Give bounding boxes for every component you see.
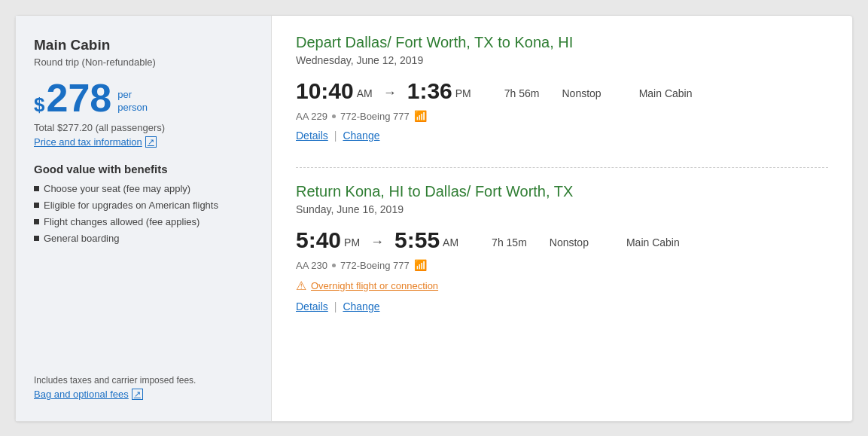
benefit-item: Choose your seat (fee may apply) <box>34 183 253 194</box>
depart-flight-row: 10:40 AM → 1:36 PM 7h 56m Nonstop Main C… <box>296 78 828 104</box>
main-card: Main Cabin Round trip (Non-refundable) $… <box>15 15 853 422</box>
separator-icon-2 <box>332 264 336 267</box>
benefit-text: Choose your seat (fee may apply) <box>44 183 190 194</box>
depart-flight-num: AA 229 <box>296 111 327 122</box>
bag-fees-link[interactable]: Bag and optional fees ↗ <box>34 389 253 400</box>
pipe-separator: | <box>334 130 337 142</box>
left-panel: Main Cabin Round trip (Non-refundable) $… <box>16 16 272 421</box>
bullet-icon <box>34 203 39 208</box>
depart-time: 10:40 <box>296 78 354 104</box>
depart-change-link[interactable]: Change <box>343 130 379 142</box>
depart-arrow: → <box>383 85 397 101</box>
price-tax-link[interactable]: Price and tax information ↗ <box>34 136 253 148</box>
overnight-text[interactable]: Overnight flight or connection <box>311 280 438 291</box>
return-depart-ampm: PM <box>344 236 360 248</box>
depart-arrive-ampm: PM <box>455 87 471 99</box>
benefit-text: General boarding <box>44 233 119 244</box>
depart-info-row: AA 229 772-Boeing 777 📶 <box>296 110 828 122</box>
return-depart-time: 5:40 <box>296 227 341 253</box>
return-nonstop: Nonstop <box>550 236 589 248</box>
good-value-title: Good value with benefits <box>34 163 253 175</box>
separator-icon <box>332 114 336 118</box>
price-number: 278 <box>46 78 111 117</box>
total-price: Total $277.20 (all passengers) <box>34 122 253 133</box>
depart-date: Wednesday, June 12, 2019 <box>296 54 828 66</box>
return-arrive-ampm: AM <box>443 236 458 248</box>
return-duration: 7h 15m <box>492 236 527 248</box>
price-row: $ 278 perperson <box>34 78 253 117</box>
external-link-icon: ↗ <box>145 136 157 148</box>
benefit-text: Flight changes allowed (fee applies) <box>44 216 199 227</box>
depart-arrive-time: 1:36 <box>407 78 452 104</box>
depart-cabin: Main Cabin <box>639 87 693 99</box>
return-title: Return Kona, HI to Dallas/ Fort Worth, T… <box>296 183 828 200</box>
overnight-warning: ⚠ Overnight flight or connection <box>296 279 828 293</box>
return-aircraft: 772-Boeing 777 <box>340 260 410 271</box>
depart-aircraft: 772-Boeing 777 <box>340 111 410 122</box>
depart-section: Depart Dallas/ Fort Worth, TX to Kona, H… <box>296 34 828 145</box>
wifi-icon-2: 📶 <box>414 259 427 271</box>
cabin-title: Main Cabin <box>34 37 253 53</box>
return-change-link[interactable]: Change <box>343 300 379 313</box>
bullet-icon <box>34 236 39 241</box>
return-info-row: AA 230 772-Boeing 777 📶 <box>296 259 828 271</box>
benefit-item: Eligible for upgrades on American flight… <box>34 200 253 211</box>
pipe-separator-2: | <box>334 300 337 313</box>
return-section: Return Kona, HI to Dallas/ Fort Worth, T… <box>296 183 828 316</box>
return-flight-row: 5:40 PM → 5:55 AM 7h 15m Nonstop Main Ca… <box>296 227 828 253</box>
footer-note: Includes taxes and carrier imposed fees. <box>34 375 253 386</box>
return-date: Sunday, June 16, 2019 <box>296 203 828 215</box>
return-arrive-time: 5:55 <box>394 227 440 253</box>
depart-title: Depart Dallas/ Fort Worth, TX to Kona, H… <box>296 34 828 51</box>
benefit-item: Flight changes allowed (fee applies) <box>34 216 253 227</box>
depart-details-row: Details | Change <box>296 130 828 142</box>
benefit-text: Eligible for upgrades on American flight… <box>44 200 218 211</box>
warning-icon: ⚠ <box>296 279 306 293</box>
per-person: perperson <box>117 89 148 114</box>
depart-ampm: AM <box>357 87 373 99</box>
depart-details-link[interactable]: Details <box>296 130 328 142</box>
depart-nonstop: Nonstop <box>562 87 601 99</box>
return-cabin: Main Cabin <box>626 236 680 248</box>
return-flight-num: AA 230 <box>296 260 327 271</box>
wifi-icon: 📶 <box>414 110 427 122</box>
return-arrow: → <box>370 234 384 250</box>
benefit-item: General boarding <box>34 233 253 244</box>
right-panel: Depart Dallas/ Fort Worth, TX to Kona, H… <box>272 16 852 421</box>
dollar-sign: $ <box>34 95 44 114</box>
depart-duration: 7h 56m <box>504 87 540 99</box>
benefits-list: Choose your seat (fee may apply) Eligibl… <box>34 183 253 249</box>
trip-type: Round trip (Non-refundable) <box>34 56 253 68</box>
bullet-icon <box>34 219 39 224</box>
bullet-icon <box>34 186 39 191</box>
return-details-link[interactable]: Details <box>296 300 328 313</box>
return-details-row: Details | Change <box>296 300 828 313</box>
external-link-icon-2: ↗ <box>132 389 143 400</box>
section-divider <box>296 167 828 168</box>
